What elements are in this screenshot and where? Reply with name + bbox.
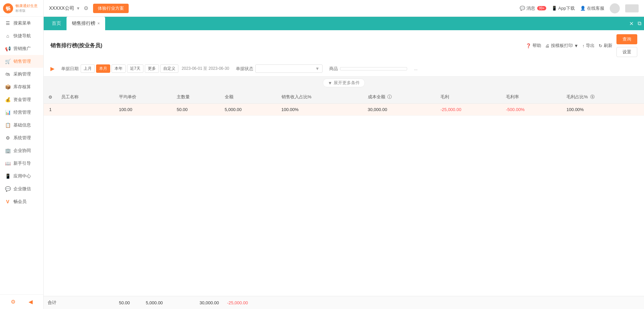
logo-icon: 畅 bbox=[3, 3, 13, 14]
sidebar-item-basic-info[interactable]: 📋 基础信息 bbox=[0, 119, 43, 132]
export-btn[interactable]: ↑ 导出 bbox=[583, 43, 595, 49]
sidebar-item-enterprise[interactable]: 🏢 企业协同 bbox=[0, 144, 43, 157]
sidebar-label-wechat: 企业微信 bbox=[13, 186, 31, 192]
company-chevron-icon: ▼ bbox=[76, 6, 80, 11]
settings-button[interactable]: 设置 bbox=[616, 47, 637, 57]
goods-input[interactable] bbox=[340, 67, 407, 70]
sidebar-item-finance[interactable]: 💰 资金管理 bbox=[0, 93, 43, 106]
sidebar-label-member: 畅会员 bbox=[13, 199, 27, 205]
sidebar-item-guide[interactable]: 📖 新手引导 bbox=[0, 157, 43, 170]
sidebar-item-system[interactable]: ⚙ 系统管理 bbox=[0, 132, 43, 144]
tab-sales-rank[interactable]: 销售排行榜 × bbox=[67, 17, 105, 30]
col-avg-price: 平均单价 bbox=[115, 91, 173, 104]
goods-filter: 商品 bbox=[329, 66, 407, 72]
tab-sales-rank-label: 销售排行榜 bbox=[72, 20, 95, 27]
quick-nav-icon: ⌂ bbox=[5, 33, 11, 39]
logo-sub: 标准版 bbox=[15, 8, 38, 13]
sidebar-item-inventory[interactable]: 📦 库存核算 bbox=[0, 81, 43, 93]
status-select[interactable]: ▼ bbox=[255, 64, 323, 73]
goods-label: 商品 bbox=[329, 66, 338, 72]
user-avatar[interactable] bbox=[610, 3, 620, 13]
col-name: 员工名称 bbox=[57, 91, 115, 104]
sidebar-logo: 畅 畅康通好生意 标准版 bbox=[0, 0, 43, 17]
date-btn-more[interactable]: 更多 bbox=[145, 64, 159, 73]
sidebar-label-purchase: 采购管理 bbox=[13, 71, 31, 77]
print-icon: 🖨 bbox=[545, 43, 550, 48]
basic-info-icon: 📋 bbox=[5, 122, 11, 128]
service-label: 在线客服 bbox=[587, 5, 604, 11]
col-main-qty: 主数量 bbox=[173, 91, 221, 104]
window-close-icon[interactable]: ✕ bbox=[629, 20, 634, 27]
date-btn-this-month[interactable]: 本月 bbox=[96, 64, 110, 73]
col-cost-amount: 成本全额 ⓘ bbox=[364, 91, 436, 104]
topbar-settings-icon[interactable]: ⚙ bbox=[84, 5, 88, 11]
status-filter: 单据状态 ▼ bbox=[236, 64, 323, 73]
system-icon: ⚙ bbox=[5, 135, 11, 141]
sidebar-item-member[interactable]: V 畅会员 bbox=[0, 195, 43, 208]
notification-btn[interactable]: 💬 消息 99+ bbox=[520, 5, 546, 11]
search-order-icon: ☰ bbox=[5, 20, 11, 26]
header-row: ⚙ 员工名称 平均单价 主数量 全额 销售收入占比% 成本全额 ⓘ 毛利 毛利率 bbox=[44, 91, 644, 104]
gross-pct-info-icon[interactable]: ⓢ bbox=[590, 94, 595, 99]
tab-home[interactable]: 首页 bbox=[46, 17, 67, 30]
tab-bar: 首页 销售排行榜 × ✕ ⧉ bbox=[44, 17, 644, 30]
sidebar-settings-button[interactable]: ⚙ bbox=[11, 299, 15, 305]
sidebar-label-sales: 销售管理 bbox=[13, 58, 31, 64]
service-icon: 👤 bbox=[580, 6, 586, 11]
cost-amount-info-icon[interactable]: ⓘ bbox=[387, 94, 392, 99]
print-btn[interactable]: 🖨 按模板打印 ▼ bbox=[545, 43, 578, 49]
member-icon: V bbox=[5, 199, 11, 205]
table-footer: 合计 50.00 5,000.00 30,000.00 -25,000.00 bbox=[44, 296, 644, 309]
cell-gross: -25,000.00 bbox=[436, 104, 502, 116]
svg-text:畅: 畅 bbox=[6, 6, 10, 11]
sidebar-collapse-button[interactable]: ◀ bbox=[29, 299, 33, 305]
data-table: ⚙ 员工名称 平均单价 主数量 全额 销售收入占比% 成本全额 ⓘ 毛利 毛利率 bbox=[44, 91, 644, 116]
tab-close-icon[interactable]: × bbox=[97, 21, 100, 26]
date-btn-last-month[interactable]: 上月 bbox=[81, 64, 95, 73]
date-btn-custom[interactable]: 自定义 bbox=[160, 64, 178, 73]
sidebar-item-wechat[interactable]: 💬 企业微信 bbox=[0, 183, 43, 195]
sidebar-item-operations[interactable]: 📊 经营管理 bbox=[0, 106, 43, 119]
page-actions: ❓ 帮助 🖨 按模板打印 ▼ ↑ 导出 ↻ 刷新 bbox=[526, 34, 637, 57]
sidebar-item-quick-nav[interactable]: ⌂ 快捷导航 bbox=[0, 30, 43, 42]
cell-gross-pct: 100.00% bbox=[562, 104, 644, 116]
sidebar-label-search: 搜索菜单 bbox=[13, 20, 31, 26]
refresh-btn[interactable]: ↻ 刷新 bbox=[599, 43, 612, 49]
sidebar-item-marketing[interactable]: 📢 营销推广 bbox=[0, 42, 43, 55]
sales-icon: 🛒 bbox=[5, 58, 11, 64]
main-area: XXXXX公司 ▼ ⚙ 体验行业方案 💬 消息 99+ 📱 App下载 👤 在线… bbox=[44, 0, 644, 309]
help-btn[interactable]: ❓ 帮助 bbox=[526, 43, 541, 49]
wechat-icon: 💬 bbox=[5, 186, 11, 192]
sidebar-label-marketing: 营销推广 bbox=[13, 46, 31, 52]
sidebar-label-guide: 新手引导 bbox=[13, 160, 31, 166]
cell-rank: 1 bbox=[44, 104, 57, 116]
topbar: XXXXX公司 ▼ ⚙ 体验行业方案 💬 消息 99+ 📱 App下载 👤 在线… bbox=[44, 0, 644, 17]
sidebar-label-enterprise: 企业协同 bbox=[13, 148, 31, 154]
expand-conditions-btn[interactable]: ▼ 展开更多条件 bbox=[323, 79, 365, 87]
sidebar-item-apps[interactable]: 📱 应用中心 bbox=[0, 170, 43, 183]
filter-row: ▶ 单据日期 上月 本月 本年 近7天 更多 自定义 2023-06-01 至 … bbox=[50, 61, 637, 76]
cell-cost-amount: 30,000.00 bbox=[364, 104, 436, 116]
filter-more-btn[interactable]: ... bbox=[414, 66, 418, 71]
industry-btn[interactable]: 体验行业方案 bbox=[93, 4, 129, 13]
online-service-btn[interactable]: 👤 在线客服 bbox=[580, 5, 604, 11]
col-gross: 毛利 bbox=[436, 91, 502, 104]
page-title-row: 销售排行榜(按业务员) ❓ 帮助 🖨 按模板打印 ▼ ↑ 导出 bbox=[50, 34, 637, 57]
date-btn-7days[interactable]: 近7天 bbox=[127, 64, 143, 73]
window-restore-icon[interactable]: ⧉ bbox=[638, 20, 641, 27]
col-settings[interactable]: ⚙ bbox=[44, 91, 57, 104]
sidebar-item-sales[interactable]: 🛒 销售管理 bbox=[0, 55, 43, 68]
sidebar-label-basic-info: 基础信息 bbox=[13, 122, 31, 128]
purchase-icon: 🛍 bbox=[5, 71, 11, 77]
sidebar-item-purchase[interactable]: 🛍 采购管理 bbox=[0, 68, 43, 81]
company-selector[interactable]: XXXXX公司 ▼ bbox=[49, 5, 80, 11]
date-btn-this-year[interactable]: 本年 bbox=[112, 64, 126, 73]
app-download-btn[interactable]: 📱 App下载 bbox=[552, 5, 575, 11]
footer-amount: 5,000.00 bbox=[142, 300, 169, 305]
query-button[interactable]: 查询 bbox=[616, 34, 637, 44]
sidebar-label-inventory: 库存核算 bbox=[13, 84, 31, 90]
date-range: 2023-06-01 至 2023-06-30 bbox=[182, 66, 229, 71]
sidebar: 畅 畅康通好生意 标准版 ☰ 搜索菜单 ⌂ 快捷导航 📢 营销推广 🛒 销售管理… bbox=[0, 0, 44, 309]
sidebar-item-search-order[interactable]: ☰ 搜索菜单 bbox=[0, 17, 43, 30]
filter-expand-icon[interactable]: ▶ bbox=[50, 65, 54, 72]
